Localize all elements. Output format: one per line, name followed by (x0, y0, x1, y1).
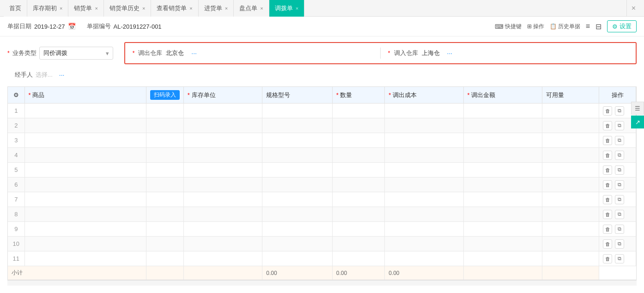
delete-row-button[interactable]: 🗑 (603, 151, 612, 160)
person-more-btn[interactable]: ··· (59, 71, 65, 79)
spec-cell[interactable] (262, 163, 332, 177)
spec-cell[interactable] (262, 237, 332, 251)
delete-row-button[interactable]: 🗑 (603, 106, 612, 116)
delete-row-button[interactable]: 🗑 (603, 225, 612, 234)
quantity-cell[interactable] (332, 177, 384, 192)
tab-transfer-order[interactable]: 调拨单 × (269, 0, 304, 17)
quantity-cell[interactable] (332, 118, 384, 133)
copy-row-button[interactable]: ⧉ (615, 106, 624, 116)
close-sales-history[interactable]: × (142, 6, 145, 11)
spec-cell[interactable] (262, 148, 332, 163)
unit-cell[interactable] (183, 177, 262, 192)
close-inventory-check[interactable]: × (260, 6, 263, 11)
transfer-in-more-btn[interactable]: ··· (447, 49, 453, 57)
cost-cell[interactable] (385, 133, 463, 148)
cost-cell[interactable] (385, 237, 463, 251)
tab-inventory-init[interactable]: 库存期初 × (27, 0, 68, 17)
scan-input-button[interactable]: 扫码录入 (150, 90, 180, 100)
spec-cell[interactable] (262, 177, 332, 192)
copy-row-button[interactable]: ⧉ (615, 254, 624, 263)
business-type-select[interactable]: 同价调拨 ▾ (39, 47, 113, 60)
product-cell[interactable] (24, 133, 146, 148)
spec-cell[interactable] (262, 104, 332, 118)
layout-toggle-1[interactable]: ≡ (586, 22, 590, 31)
copy-row-button[interactable]: ⧉ (615, 151, 624, 160)
amount-cell[interactable] (463, 148, 542, 163)
tab-view-sales[interactable]: 查看销货单 × (151, 0, 198, 17)
transfer-out-more-btn[interactable]: ··· (191, 49, 197, 57)
amount-cell[interactable] (463, 163, 542, 177)
amount-cell[interactable] (463, 133, 542, 148)
delete-row-button[interactable]: 🗑 (603, 210, 612, 219)
unit-cell[interactable] (183, 104, 262, 118)
quantity-cell[interactable] (332, 148, 384, 163)
unit-cell[interactable] (183, 192, 262, 207)
close-view-sales[interactable]: × (189, 6, 192, 11)
amount-cell[interactable] (463, 222, 542, 237)
delete-row-button[interactable]: 🗑 (603, 254, 612, 263)
tab-sales-history[interactable]: 销货单历史 × (104, 0, 151, 17)
cost-cell[interactable] (385, 222, 463, 237)
copy-row-button[interactable]: ⧉ (615, 195, 624, 204)
settings-button[interactable]: ⚙ 设置 (607, 20, 637, 32)
amount-cell[interactable] (463, 118, 542, 133)
unit-cell[interactable] (183, 222, 262, 237)
quantity-cell[interactable] (332, 163, 384, 177)
tab-sales-order[interactable]: 销货单 × (68, 0, 103, 17)
tab-home[interactable]: 首页 (4, 0, 27, 17)
close-inventory-init[interactable]: × (60, 6, 62, 11)
delete-row-button[interactable]: 🗑 (603, 136, 612, 145)
layout-toggle-2[interactable]: ⊟ (595, 22, 601, 31)
product-cell[interactable] (24, 207, 146, 222)
product-cell[interactable] (24, 177, 146, 192)
spec-cell[interactable] (262, 251, 332, 266)
copy-row-button[interactable]: ⧉ (615, 121, 624, 130)
copy-row-button[interactable]: ⧉ (615, 180, 624, 189)
product-cell[interactable] (24, 148, 146, 163)
unit-cell[interactable] (183, 237, 262, 251)
cost-cell[interactable] (385, 163, 463, 177)
amount-cell[interactable] (463, 104, 542, 118)
operations-btn[interactable]: ⊞ 操作 (527, 23, 544, 31)
cost-cell[interactable] (385, 118, 463, 133)
cost-cell[interactable] (385, 148, 463, 163)
person-select[interactable]: 选择... (36, 71, 53, 79)
product-cell[interactable] (24, 251, 146, 266)
delete-row-button[interactable]: 🗑 (603, 121, 612, 130)
th-gear[interactable]: ⚙ (8, 87, 24, 104)
amount-cell[interactable] (463, 237, 542, 251)
cost-cell[interactable] (385, 207, 463, 222)
copy-row-button[interactable]: ⧉ (615, 239, 624, 249)
tab-purchase-order[interactable]: 进货单 × (199, 0, 234, 17)
cost-cell[interactable] (385, 192, 463, 207)
amount-cell[interactable] (463, 207, 542, 222)
unit-cell[interactable] (183, 133, 262, 148)
product-cell[interactable] (24, 163, 146, 177)
quantity-cell[interactable] (332, 222, 384, 237)
unit-cell[interactable] (183, 163, 262, 177)
unit-cell[interactable] (183, 118, 262, 133)
spec-cell[interactable] (262, 222, 332, 237)
unit-cell[interactable] (183, 148, 262, 163)
float-export-btn[interactable]: ↗ (631, 116, 644, 128)
unit-cell[interactable] (183, 251, 262, 266)
quantity-cell[interactable] (332, 207, 384, 222)
delete-row-button[interactable]: 🗑 (603, 239, 612, 249)
spec-cell[interactable] (262, 207, 332, 222)
copy-row-button[interactable]: ⧉ (615, 225, 624, 234)
spec-cell[interactable] (262, 192, 332, 207)
close-purchase-order[interactable]: × (225, 6, 228, 11)
calendar-icon[interactable]: 📅 (68, 23, 76, 30)
float-list-btn[interactable]: ☰ (631, 102, 644, 115)
history-btn[interactable]: 📋 历史单据 (550, 23, 580, 31)
cost-cell[interactable] (385, 251, 463, 266)
product-cell[interactable] (24, 192, 146, 207)
unit-cell[interactable] (183, 207, 262, 222)
product-cell[interactable] (24, 222, 146, 237)
quantity-cell[interactable] (332, 192, 384, 207)
product-cell[interactable] (24, 118, 146, 133)
delete-row-button[interactable]: 🗑 (603, 165, 612, 175)
product-cell[interactable] (24, 237, 146, 251)
amount-cell[interactable] (463, 192, 542, 207)
copy-row-button[interactable]: ⧉ (615, 210, 624, 219)
